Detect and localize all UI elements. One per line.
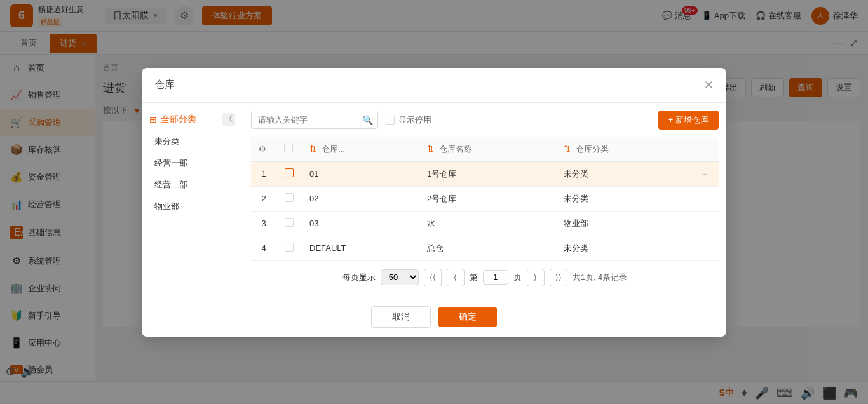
row-more[interactable]: ··· (693, 161, 719, 186)
row-more (693, 211, 719, 236)
page-input[interactable] (483, 270, 508, 285)
modal-body: ⊞ 全部分类 《 未分类 经营一部 经营二部 物业部 (142, 103, 726, 297)
show-disabled-toggle[interactable]: 显示停用 (386, 114, 431, 126)
first-page-button[interactable]: ⟨⟨ (424, 269, 442, 286)
row-category: 未分类 (556, 186, 693, 211)
row-code: 01 (302, 161, 419, 186)
category-item-dept2[interactable]: 经营二部 (142, 174, 243, 196)
collapse-button[interactable]: 《 (222, 113, 235, 126)
row-num: 1 (251, 161, 276, 186)
th-name[interactable]: ⇅仓库名称 (419, 137, 556, 162)
sort-icon-name: ⇅ (427, 144, 434, 154)
pagination: 每页显示 50 20 100 ⟨⟨ ⟨ 第 页 ⟩ ⟩⟩ 共1页, 4条记录 (251, 261, 719, 289)
row-category: 物业部 (556, 211, 693, 236)
cancel-button[interactable]: 取消 (371, 306, 431, 328)
table-wrapper: ⚙ ⇅仓库... ⇅仓库名称 (251, 137, 719, 261)
search-input[interactable] (251, 111, 378, 129)
next-page-button[interactable]: ⟩ (527, 269, 545, 286)
row-code: 02 (302, 186, 419, 211)
row-checkbox[interactable] (276, 236, 302, 260)
prev-page-button[interactable]: ⟨ (447, 269, 465, 286)
category-title-btn[interactable]: ⊞ 全部分类 (149, 114, 196, 125)
table-toolbar: 🔍 显示停用 + 新增仓库 (251, 111, 719, 130)
row-name: 水 (419, 211, 556, 236)
modal-title: 仓库 (154, 78, 175, 91)
show-disabled-checkbox[interactable] (386, 116, 395, 125)
table-row[interactable]: 1 01 1号仓库 未分类 ··· (251, 161, 719, 186)
row-name: 2号仓库 (419, 186, 556, 211)
row-num: 4 (251, 236, 276, 260)
sort-icon-cat: ⇅ (564, 144, 571, 154)
category-item-dept1[interactable]: 经营一部 (142, 152, 243, 174)
row-checkbox[interactable] (276, 211, 302, 236)
th-actions (693, 137, 719, 162)
th-code[interactable]: ⇅仓库... (302, 137, 419, 162)
warehouse-table: ⚙ ⇅仓库... ⇅仓库名称 (251, 137, 719, 261)
row-code: 03 (302, 211, 419, 236)
table-row[interactable]: 4 DEFAULT 总仓 未分类 (251, 236, 719, 260)
category-item-unclassified[interactable]: 未分类 (142, 131, 243, 152)
th-settings[interactable]: ⚙ (251, 137, 276, 162)
table-panel: 🔍 显示停用 + 新增仓库 ⚙ (243, 103, 726, 297)
category-panel: ⊞ 全部分类 《 未分类 经营一部 经营二部 物业部 (142, 103, 243, 297)
select-all-checkbox[interactable] (284, 144, 293, 152)
warehouse-modal: 仓库 ✕ ⊞ 全部分类 《 未分类 (142, 68, 726, 337)
row-checkbox[interactable] (276, 161, 302, 186)
category-item-property[interactable]: 物业部 (142, 196, 243, 217)
sort-icon: ⇅ (309, 144, 316, 154)
table-row[interactable]: 2 02 2号仓库 未分类 (251, 186, 719, 211)
search-icon[interactable]: 🔍 (362, 115, 373, 125)
row-category: 未分类 (556, 161, 693, 186)
modal-footer: 取消 确定 (142, 297, 726, 337)
row-more (693, 186, 719, 211)
confirm-button[interactable]: 确定 (438, 307, 497, 327)
table-header-row: ⚙ ⇅仓库... ⇅仓库名称 (251, 137, 719, 162)
add-warehouse-button[interactable]: + 新增仓库 (658, 111, 719, 130)
th-checkbox[interactable] (276, 137, 302, 162)
table-row[interactable]: 3 03 水 物业部 (251, 211, 719, 236)
modal-header: 仓库 ✕ (142, 68, 726, 103)
row-name: 总仓 (419, 236, 556, 260)
row-code: DEFAULT (302, 236, 419, 260)
th-category[interactable]: ⇅仓库分类 (556, 137, 693, 162)
search-area: 🔍 显示停用 (251, 111, 431, 129)
modal-close-button[interactable]: ✕ (704, 78, 714, 92)
last-page-button[interactable]: ⟩⟩ (550, 269, 567, 286)
category-header: ⊞ 全部分类 《 (142, 108, 243, 131)
row-num: 3 (251, 211, 276, 236)
page-size-select[interactable]: 50 20 100 (381, 269, 419, 285)
grid-icon: ⊞ (149, 114, 157, 125)
search-input-wrap: 🔍 (251, 111, 378, 129)
row-more (693, 236, 719, 260)
modal-overlay[interactable]: 仓库 ✕ ⊞ 全部分类 《 未分类 (0, 0, 868, 404)
row-name: 1号仓库 (419, 161, 556, 186)
row-category: 未分类 (556, 236, 693, 260)
row-num: 2 (251, 186, 276, 211)
row-checkbox[interactable] (276, 186, 302, 211)
